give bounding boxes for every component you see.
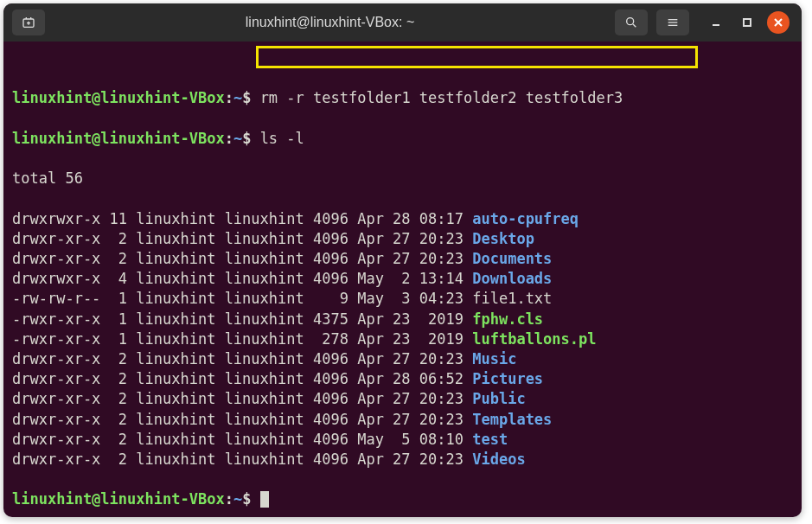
listing-filename: Public: [472, 390, 525, 407]
prompt-path: ~: [233, 89, 242, 106]
listing-row: -rw-rw-r-- 1 linuxhint linuxhint 9 May 3…: [12, 289, 793, 309]
svg-rect-2: [668, 19, 678, 20]
terminal-line: total 56: [12, 169, 793, 189]
minimize-icon: [711, 17, 721, 28]
prompt-sep2: $: [242, 89, 259, 106]
listing-row: drwxr-xr-x 2 linuxhint linuxhint 4096 Ap…: [12, 229, 793, 249]
titlebar: linuxhint@linuxhint-VBox: ~: [3, 3, 802, 42]
listing-row: drwxr-xr-x 2 linuxhint linuxhint 4096 Ap…: [12, 369, 793, 389]
listing-row: drwxr-xr-x 2 linuxhint linuxhint 4096 Ap…: [12, 389, 793, 409]
window-title: linuxhint@linuxhint-VBox: ~: [45, 15, 615, 30]
listing-filename: Desktop: [472, 230, 534, 247]
listing-attrs: drwxrwxr-x 4 linuxhint linuxhint 4096 Ma…: [12, 270, 472, 287]
listing-attrs: drwxr-xr-x 2 linuxhint linuxhint 4096 Ap…: [12, 451, 472, 468]
titlebar-right: [615, 10, 793, 35]
prompt-user: linuxhint@linuxhint-VBox: [12, 490, 225, 508]
prompt-user: linuxhint@linuxhint-VBox: [12, 130, 225, 147]
terminal-line: linuxhint@linuxhint-VBox:~$: [12, 489, 793, 509]
listing-attrs: drwxr-xr-x 2 linuxhint linuxhint 4096 Ma…: [12, 431, 472, 448]
listing-filename: auto-cpufreq: [472, 210, 579, 227]
listing-filename: test: [472, 431, 508, 448]
close-button[interactable]: [767, 11, 790, 34]
terminal-body[interactable]: linuxhint@linuxhint-VBox:~$ rm -r testfo…: [3, 42, 802, 517]
hamburger-icon: [666, 16, 680, 29]
command-text: ls -l: [260, 130, 304, 147]
listing-attrs: drwxr-xr-x 2 linuxhint linuxhint 4096 Ap…: [12, 350, 472, 367]
listing-filename: fphw.cls: [472, 310, 543, 328]
titlebar-left: [12, 10, 45, 35]
search-icon: [624, 16, 638, 29]
terminal-line: linuxhint@linuxhint-VBox:~$ ls -l: [12, 129, 793, 149]
search-button[interactable]: [615, 10, 648, 35]
prompt-user: linuxhint@linuxhint-VBox: [12, 89, 225, 106]
prompt-sep2: $: [242, 130, 259, 147]
listing-row: drwxr-xr-x 2 linuxhint linuxhint 4096 Ap…: [12, 410, 793, 430]
prompt-sep1: :: [225, 89, 233, 106]
listing-row: drwxr-xr-x 2 linuxhint linuxhint 4096 Ap…: [12, 349, 793, 369]
cursor: [260, 491, 269, 508]
listing-filename: Videos: [472, 451, 525, 468]
terminal-window: linuxhint@linuxhint-VBox: ~: [3, 3, 802, 517]
listing-filename: Templates: [472, 411, 552, 428]
listing-attrs: drwxr-xr-x 2 linuxhint linuxhint 4096 Ap…: [12, 230, 472, 247]
listing-attrs: drwxr-xr-x 2 linuxhint linuxhint 4096 Ap…: [12, 411, 472, 428]
listing-attrs: -rw-rw-r-- 1 linuxhint linuxhint 9 May 3…: [12, 290, 472, 307]
listing-row: -rwxr-xr-x 1 linuxhint linuxhint 278 Apr…: [12, 329, 793, 349]
svg-rect-5: [744, 19, 751, 26]
listing-row: drwxrwxr-x 4 linuxhint linuxhint 4096 Ma…: [12, 269, 793, 289]
maximize-button[interactable]: [736, 11, 758, 34]
listing-attrs: -rwxr-xr-x 1 linuxhint linuxhint 4375 Ap…: [12, 310, 472, 328]
listing-attrs: drwxrwxr-x 11 linuxhint linuxhint 4096 A…: [12, 210, 472, 227]
listing-row: drwxrwxr-x 11 linuxhint linuxhint 4096 A…: [12, 209, 793, 229]
minimize-button[interactable]: [705, 11, 727, 34]
listing-filename: Pictures: [472, 370, 543, 387]
listing-attrs: -rwxr-xr-x 1 linuxhint linuxhint 278 Apr…: [12, 330, 472, 348]
listing-filename: luftballons.pl: [472, 330, 596, 348]
prompt-path: ~: [233, 130, 242, 147]
prompt-sep1: :: [225, 130, 233, 147]
svg-point-1: [627, 18, 634, 25]
terminal-line: linuxhint@linuxhint-VBox:~$ rm -r testfo…: [12, 88, 793, 108]
listing-row: drwxr-xr-x 2 linuxhint linuxhint 4096 Ap…: [12, 450, 793, 470]
listing-row: -rwxr-xr-x 1 linuxhint linuxhint 4375 Ap…: [12, 310, 793, 329]
listing-filename: Documents: [472, 250, 552, 267]
highlight-box: [256, 46, 698, 68]
listing-row: drwxr-xr-x 2 linuxhint linuxhint 4096 Ap…: [12, 249, 793, 269]
prompt-sep1: :: [225, 490, 233, 508]
listing-attrs: drwxr-xr-x 2 linuxhint linuxhint 4096 Ap…: [12, 250, 472, 267]
new-tab-button[interactable]: [12, 10, 45, 35]
new-tab-icon: [22, 16, 35, 29]
maximize-icon: [742, 17, 752, 28]
listing-filename: Downloads: [472, 270, 552, 287]
listing-filename: Music: [472, 350, 516, 367]
command-text: rm -r testfolder1 testfolder2 testfolder…: [260, 89, 623, 106]
close-icon: [773, 17, 783, 28]
prompt-sep2: $: [242, 490, 259, 508]
listing-attrs: drwxr-xr-x 2 linuxhint linuxhint 4096 Ap…: [12, 390, 472, 407]
prompt-path: ~: [233, 490, 242, 508]
svg-rect-4: [668, 25, 678, 26]
listing-filename: file1.txt: [472, 290, 552, 307]
svg-rect-3: [668, 22, 678, 22]
listing-row: drwxr-xr-x 2 linuxhint linuxhint 4096 Ma…: [12, 430, 793, 450]
menu-button[interactable]: [656, 10, 689, 35]
listing-attrs: drwxr-xr-x 2 linuxhint linuxhint 4096 Ap…: [12, 370, 472, 387]
